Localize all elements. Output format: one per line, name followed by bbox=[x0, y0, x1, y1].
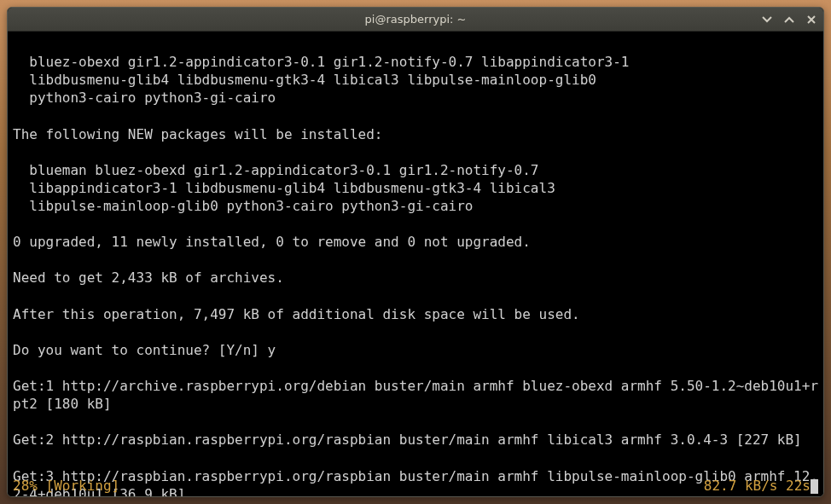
minimize-icon[interactable] bbox=[760, 13, 774, 26]
window-controls bbox=[760, 8, 818, 31]
maximize-icon[interactable] bbox=[782, 13, 796, 26]
output-line: 0 upgraded, 11 newly installed, 0 to rem… bbox=[13, 233, 818, 251]
output-line: Get:2 http://raspbian.raspberrypi.org/ra… bbox=[13, 431, 818, 449]
window-title: pi@raspberrypi: ~ bbox=[365, 13, 467, 26]
progress-speed-eta: 82.7 kB/s 22s bbox=[704, 477, 818, 495]
output-line: bluez-obexd gir1.2-appindicator3-0.1 gir… bbox=[13, 53, 818, 107]
terminal-output[interactable]: bluez-obexd gir1.2-appindicator3-0.1 gir… bbox=[8, 32, 823, 496]
titlebar[interactable]: pi@raspberrypi: ~ bbox=[8, 8, 823, 32]
cursor-block-icon bbox=[811, 479, 818, 494]
output-line: The following NEW packages will be insta… bbox=[13, 125, 818, 143]
close-icon[interactable] bbox=[805, 13, 818, 26]
output-line: blueman bluez-obexd gir1.2-appindicator3… bbox=[13, 161, 818, 215]
terminal-window: pi@raspberrypi: ~ bluez-obexd gir1.2-app… bbox=[7, 7, 824, 497]
output-line: After this operation, 7,497 kB of additi… bbox=[13, 305, 818, 323]
output-line: Get:1 http://archive.raspberrypi.org/deb… bbox=[13, 377, 818, 413]
output-line: Do you want to continue? [Y/n] y bbox=[13, 341, 818, 359]
output-line: Need to get 2,433 kB of archives. bbox=[13, 269, 818, 287]
progress-percent: 28% [Working] bbox=[13, 477, 119, 495]
progress-line: 28% [Working] 82.7 kB/s 22s bbox=[13, 477, 818, 495]
